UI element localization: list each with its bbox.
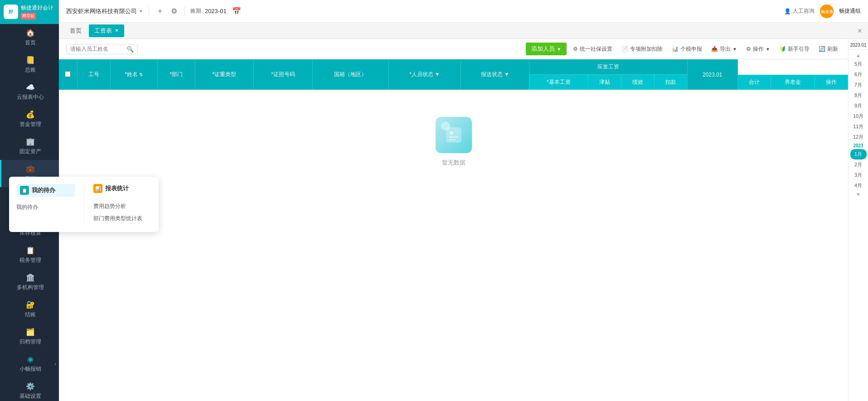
timeline-item-1[interactable]: 1月 (850, 149, 867, 159)
sidebar-label-closing: 结账 (25, 311, 36, 319)
th-name: *姓名 ⇅ (110, 59, 158, 90)
fund-icon: 💰 (26, 110, 35, 119)
add-company-button[interactable]: ＋ (155, 5, 165, 18)
timeline-item-5[interactable]: 5月 (849, 59, 868, 69)
th-allowance: 津贴 (588, 75, 621, 90)
th-checkbox (59, 59, 77, 90)
timeline-down-button[interactable]: ▼ (855, 191, 862, 198)
tabs-bar: 首页 工资表 ✕ ✕ (59, 23, 868, 39)
timeline-header: 2023.01 (849, 41, 868, 50)
sidebar-item-fund[interactable]: 💰 资金管理 (0, 106, 59, 133)
export-button[interactable]: 📤 导出 ▼ (708, 43, 740, 55)
add-person-button[interactable]: 添加人员 ▼ (526, 43, 567, 55)
timeline-item-6[interactable]: 6月 (849, 69, 868, 80)
xiaochang-icon: ◉ (27, 355, 34, 363)
special-deduction-icon: 📄 (621, 46, 628, 52)
popup-menu[interactable]: 📋 我的待办 我的待办 📊 报表统计 费用趋势分析 部门费用类型统计表 (9, 177, 159, 232)
th-report-status: 报送状态 ▼ (461, 59, 529, 90)
timeline-up-button[interactable]: ▲ (855, 52, 862, 59)
sidebar-item-home[interactable]: 🏠 首页 (0, 24, 59, 51)
social-security-label: 统一社保设置 (580, 45, 612, 53)
tab-close-icon[interactable]: ✕ (115, 28, 119, 34)
popup-item-dept-cost[interactable]: 部门费用类型统计表 (93, 213, 152, 225)
timeline-item-8[interactable]: 8月 (849, 90, 868, 101)
timeline-item-12[interactable]: 12月 (849, 132, 868, 142)
special-deduction-label: 专项附加扣除 (630, 45, 663, 53)
page-content: 🔍 添加人员 ▼ ⚙ 统一社保设置 📄 专项附加扣除 (59, 39, 848, 401)
sidebar-item-assets[interactable]: 🏢 固定资产 (0, 133, 59, 160)
popup-col1-title: 📋 我的待办 (16, 184, 75, 197)
logo-text-block: 畅捷通好会计 网页版 (21, 5, 53, 19)
timeline-item-7[interactable]: 7月 (849, 80, 868, 90)
sidebar-item-archive[interactable]: 🗂️ 归档管理 (0, 323, 59, 350)
timeline-item-11[interactable]: 11月 (849, 121, 868, 132)
sidebar-item-closing[interactable]: 🔐 结账 (0, 296, 59, 323)
export-arrow-icon: ▼ (732, 47, 737, 52)
service-button[interactable]: 👤 人工咨询 (784, 7, 815, 15)
close-page-icon[interactable]: ✕ (857, 27, 863, 34)
operation-button[interactable]: ⚙ 操作 ▼ (743, 43, 773, 55)
sidebar-item-ledger[interactable]: 📒 总账 (0, 51, 59, 78)
svg-point-3 (450, 131, 453, 135)
tab-close-right[interactable]: ✕ (857, 27, 863, 34)
tax-report-label: 个税申报 (680, 45, 702, 53)
tab-salary-label: 工资表 (94, 27, 112, 35)
special-deduction-button[interactable]: 📄 专项附加扣除 (619, 43, 665, 55)
settings-icon[interactable]: ⚙ (169, 5, 179, 17)
th-deduction: 扣款 (654, 75, 687, 90)
topbar-divider-2 (184, 7, 185, 16)
new-guide-button[interactable]: 🔰 新手引导 (776, 43, 812, 55)
home-icon: 🏠 (26, 29, 35, 37)
toolbar-right: 添加人员 ▼ ⚙ 统一社保设置 📄 专项附加扣除 📊 个税申报 (526, 43, 841, 55)
calendar-icon[interactable]: 📅 (230, 5, 243, 17)
company-dropdown-icon: ▼ (139, 9, 143, 14)
th-id-number: *证照号码 (254, 59, 313, 90)
timeline-year-2023: 2023 (853, 142, 863, 149)
popup-item-mytask[interactable]: 我的待办 (16, 201, 75, 213)
timeline-item-4[interactable]: 4月 (849, 180, 868, 191)
popup-divider (84, 184, 84, 225)
content-area: 🔍 添加人员 ▼ ⚙ 统一社保设置 📄 专项附加扣除 (59, 39, 868, 401)
th-operation: 操作 (815, 75, 848, 90)
sidebar-item-xiaochang[interactable]: ◉ 小畅报销 ‹ (0, 350, 59, 377)
timeline-item-2[interactable]: 2月 (849, 159, 868, 170)
assets-icon: 🏢 (26, 137, 35, 146)
multi-org-icon: 🏛️ (26, 273, 35, 282)
timeline-item-10[interactable]: 10月 (849, 111, 868, 121)
sidebar-item-cloud-report[interactable]: ☁️ 云报表中心 (0, 78, 59, 106)
select-all-checkbox[interactable] (65, 71, 71, 77)
sidebar-item-tax[interactable]: 📋 税务管理 (0, 242, 59, 269)
search-input[interactable] (70, 46, 125, 52)
tax-report-button[interactable]: 📊 个税申报 (669, 43, 705, 55)
right-timeline: 2023.01 ▲ 5月 6月 7月 8月 9月 10月 11月 12月 202… (848, 39, 868, 401)
logo-title: 畅捷通好会计 (21, 5, 53, 12)
xiaochang-arrow: ‹ (55, 361, 56, 366)
tab-home[interactable]: 首页 (64, 24, 87, 37)
topbar-right: 👤 人工咨询 畅捷通 畅捷通组 (784, 5, 861, 18)
topbar: 西安虾米网络科技有限公司 ▼ ＋ ⚙ 账期 2023-01 📅 👤 人工咨询 畅… (59, 0, 868, 23)
company-selector[interactable]: 西安虾米网络科技有限公司 ▼ (66, 7, 143, 15)
new-guide-icon: 🔰 (779, 46, 786, 52)
salary-icon: 💼 (26, 164, 35, 173)
popup-col1-title-text: 我的待办 (32, 186, 55, 194)
timeline-item-9[interactable]: 9月 (849, 101, 868, 111)
refresh-button[interactable]: 🔄 刷新 (816, 43, 841, 55)
timeline-item-3[interactable]: 3月 (849, 170, 868, 180)
social-security-button[interactable]: ⚙ 统一社保设置 (570, 43, 615, 55)
svg-text:畅捷通: 畅捷通 (821, 10, 833, 14)
sidebar-label-cloud-report: 云报表中心 (17, 93, 44, 101)
user-avatar: 畅捷通 (820, 5, 834, 18)
logo-badge: 网页版 (21, 13, 36, 19)
service-label: 人工咨询 (793, 7, 815, 15)
search-icon[interactable]: 🔍 (126, 46, 134, 53)
tab-salary-table[interactable]: 工资表 ✕ (89, 24, 124, 37)
sidebar-item-multi-org[interactable]: 🏛️ 多机构管理 (0, 269, 59, 296)
sidebar-item-basic[interactable]: ⚙️ 基础设置 (0, 377, 59, 401)
popup-item-cost-trend[interactable]: 费用趋势分析 (93, 200, 152, 213)
company-name: 西安虾米网络科技有限公司 (66, 7, 137, 15)
sidebar-label-basic: 基础设置 (19, 392, 41, 400)
period-label: 账期 (190, 7, 201, 15)
th-salary-group: 应发工资 (529, 59, 687, 75)
th-job-number: 工号 (77, 59, 110, 90)
user-name: 畅捷通组 (839, 7, 861, 15)
